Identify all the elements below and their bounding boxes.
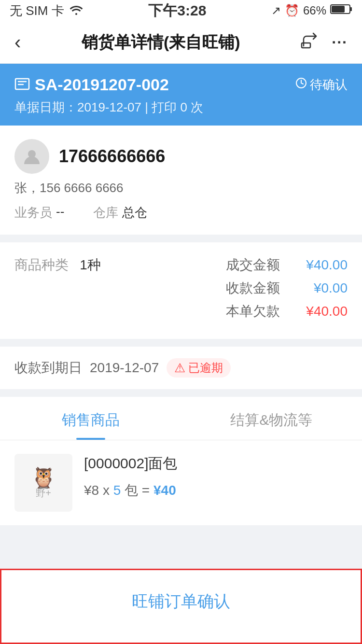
received-amount-row: 收款金额 ¥0.00 bbox=[226, 279, 348, 297]
overdue-text: 已逾期 bbox=[188, 360, 223, 376]
clock-icon bbox=[295, 77, 307, 92]
svg-rect-1 bbox=[350, 7, 352, 11]
product-type-info: 商品种类 1种 bbox=[14, 256, 101, 274]
page-title: 销货单详情(来自旺铺) bbox=[82, 31, 240, 54]
nav-actions: ··· bbox=[301, 32, 348, 53]
deal-amount-label: 成交金额 bbox=[226, 256, 280, 274]
customer-section: 17666666666 张，156 6666 6666 业务员 -- 仓库 总仓 bbox=[0, 126, 362, 235]
summary-section: 商品种类 1种 成交金额 ¥40.00 收款金额 ¥0.00 本单欠款 ¥40.… bbox=[0, 242, 362, 339]
overdue-badge: ⚠ 已逾期 bbox=[167, 358, 231, 378]
status-left: 无 SIM 卡 bbox=[10, 2, 84, 19]
customer-meta: 业务员 -- 仓库 总仓 bbox=[14, 204, 348, 221]
received-amount-value: ¥0.00 bbox=[290, 280, 348, 296]
svg-rect-2 bbox=[332, 6, 345, 13]
wifi-icon bbox=[69, 3, 84, 18]
product-total: ¥40 bbox=[153, 483, 176, 498]
nav-bar: ‹ 销货单详情(来自旺铺) ··· bbox=[0, 21, 362, 64]
confirm-button-wrap: 旺铺订单确认 bbox=[0, 569, 362, 644]
deal-amount-value: ¥40.00 bbox=[290, 257, 348, 273]
avatar bbox=[14, 139, 49, 174]
tab-settlement[interactable]: 结算&物流等 bbox=[181, 397, 362, 440]
received-amount-label: 收款金额 bbox=[226, 279, 280, 297]
back-button[interactable]: ‹ bbox=[14, 31, 21, 53]
product-info: [0000002]面包 ¥8 x 5 包 = ¥40 bbox=[84, 454, 348, 500]
order-id: SA-20191207-002 bbox=[14, 75, 169, 94]
product-type-label: 商品种类 bbox=[14, 257, 69, 272]
due-date-value: 2019-12-07 bbox=[90, 360, 159, 376]
salesperson-label: 业务员 bbox=[14, 204, 52, 221]
price-per-unit: ¥8 bbox=[84, 483, 99, 498]
unpaid-amount-value: ¥40.00 bbox=[290, 304, 348, 319]
confirm-order-button[interactable]: 旺铺订单确认 bbox=[16, 580, 346, 623]
product-item: 🦉 野+ [0000002]面包 ¥8 x 5 包 = ¥40 bbox=[0, 440, 362, 525]
unpaid-amount-label: 本单欠款 bbox=[226, 302, 280, 321]
order-status: 待确认 bbox=[295, 76, 348, 93]
order-date: 单据日期：2019-12-07 | 打印 0 次 bbox=[14, 99, 348, 116]
warning-icon: ⚠ bbox=[174, 361, 185, 376]
tabs: 销售商品 结算&物流等 bbox=[0, 397, 362, 440]
customer-name: 张，156 6666 6666 bbox=[14, 180, 348, 196]
equals-sign: = bbox=[142, 483, 153, 498]
tab-products[interactable]: 销售商品 bbox=[0, 397, 181, 440]
product-image: 🦉 野+ bbox=[14, 454, 72, 512]
product-quantity: 5 bbox=[113, 483, 121, 498]
status-right: ↗ ⏰ 66% bbox=[271, 4, 352, 17]
deal-amount-row: 成交金额 ¥40.00 bbox=[226, 256, 348, 274]
unpaid-amount-row: 本单欠款 ¥40.00 bbox=[226, 302, 348, 321]
battery-text: 66% bbox=[303, 4, 326, 17]
location-icon: ↗ bbox=[271, 4, 281, 17]
customer-phone: 17666666666 bbox=[59, 146, 165, 167]
brand-logo: 🦉 野+ bbox=[31, 468, 56, 498]
salesperson-field: 业务员 -- bbox=[14, 204, 64, 221]
battery-icon bbox=[330, 4, 352, 17]
warehouse-label: 仓库 bbox=[93, 204, 118, 221]
warehouse-field: 仓库 总仓 bbox=[93, 204, 147, 221]
multiply-sign: x bbox=[103, 483, 113, 498]
product-price: ¥8 x 5 包 = ¥40 bbox=[84, 481, 348, 500]
status-time: 下午3:28 bbox=[148, 1, 206, 21]
product-type-value: 1种 bbox=[80, 257, 101, 272]
amounts-section: 成交金额 ¥40.00 收款金额 ¥0.00 本单欠款 ¥40.00 bbox=[226, 256, 348, 325]
warehouse-value: 总仓 bbox=[122, 204, 147, 221]
order-header: SA-20191207-002 待确认 单据日期：2019-12-07 | 打印… bbox=[0, 64, 362, 126]
due-date-section: 收款到期日 2019-12-07 ⚠ 已逾期 bbox=[0, 347, 362, 389]
due-date-label: 收款到期日 bbox=[14, 359, 82, 377]
salesperson-value: -- bbox=[56, 204, 64, 221]
carrier-text: 无 SIM 卡 bbox=[10, 2, 64, 19]
status-bar: 无 SIM 卡 下午3:28 ↗ ⏰ 66% bbox=[0, 0, 362, 21]
svg-rect-3 bbox=[302, 43, 310, 48]
more-icon[interactable]: ··· bbox=[332, 33, 348, 51]
product-unit: 包 bbox=[125, 483, 138, 498]
alarm-icon: ⏰ bbox=[285, 4, 299, 17]
product-name: [0000002]面包 bbox=[84, 454, 348, 474]
share-icon[interactable] bbox=[301, 32, 317, 53]
order-icon bbox=[14, 75, 30, 94]
